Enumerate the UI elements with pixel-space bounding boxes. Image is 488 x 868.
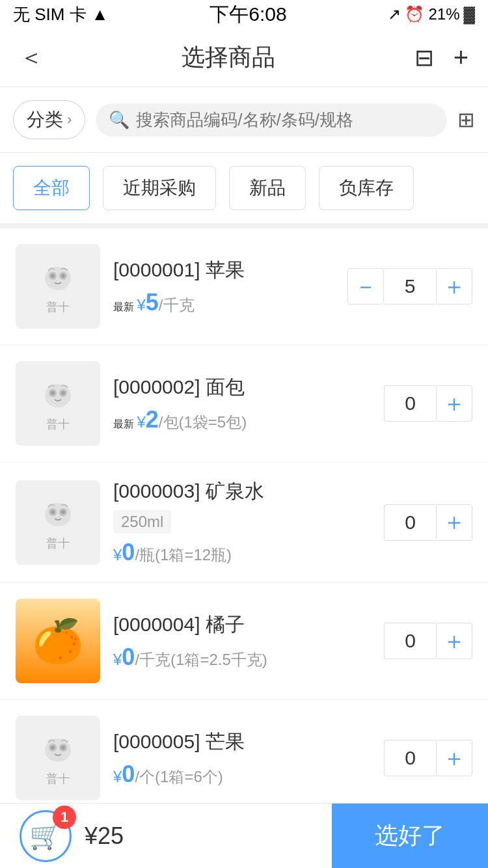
- status-right: ↗ ⏰ 21% ▓: [388, 5, 475, 23]
- product-default-image: 普十: [38, 494, 77, 551]
- product-name-0000002: [0000002] 面包: [113, 374, 371, 401]
- add-button[interactable]: +: [454, 43, 468, 72]
- alarm-icon: ⏰: [405, 5, 424, 23]
- svg-point-8: [51, 391, 55, 395]
- quantity-control-0000004: ＋: [384, 623, 472, 659]
- price-label: 最新: [113, 301, 137, 312]
- nav-title: 选择商品: [182, 42, 275, 74]
- chevron-right-icon: ›: [67, 111, 72, 128]
- svg-point-14: [61, 510, 65, 514]
- product-thumb-0000004: 🍊: [16, 599, 100, 683]
- product-name-0000003: [0000003] 矿泉水: [113, 478, 371, 505]
- status-bar: 无 SIM 卡 ▲ 下午6:08 ↗ ⏰ 21% ▓: [0, 0, 488, 29]
- product-item-0000004: 🍊 [0000004] 橘子 ¥0/千克(1箱=2.5千克) ＋: [0, 583, 488, 699]
- price-extra: /包(1袋=5包): [159, 413, 247, 431]
- wifi-icon: ▲: [92, 5, 109, 25]
- product-list: 普十 [0000001] 苹果 最新 ¥5/千克 － ＋: [0, 228, 488, 868]
- price-value: 0: [122, 644, 135, 670]
- confirm-button[interactable]: 选好了: [332, 804, 488, 869]
- price-unit: ¥: [113, 768, 122, 785]
- price-value: 2: [146, 406, 159, 433]
- search-input-wrap: 🔍: [96, 103, 447, 137]
- cart-total: ¥25: [85, 822, 124, 850]
- svg-point-18: [51, 746, 55, 750]
- cart-badge: 1: [53, 806, 76, 829]
- quantity-control-0000003: ＋: [384, 504, 472, 541]
- product-item-0000001: 普十 [0000001] 苹果 最新 ¥5/千克 － ＋: [0, 228, 488, 344]
- tab-recent[interactable]: 近期采购: [103, 166, 216, 210]
- brand-text: 普十: [46, 536, 70, 551]
- price-value: 0: [122, 539, 135, 565]
- product-price-0000003: ¥0/瓶(1箱=12瓶): [113, 539, 371, 566]
- svg-point-3: [51, 274, 55, 278]
- increase-button-0000004[interactable]: ＋: [436, 623, 472, 659]
- status-left: 无 SIM 卡 ▲: [13, 3, 108, 26]
- price-extra: /个(1箱=6个): [135, 768, 223, 785]
- product-price-0000001: 最新 ¥5/千克: [113, 289, 334, 316]
- product-info-0000001: [0000001] 苹果 最新 ¥5/千克: [113, 257, 334, 316]
- quantity-input-0000005[interactable]: [384, 740, 436, 776]
- filter-button[interactable]: ⊟: [414, 44, 434, 72]
- price-unit: ¥: [113, 546, 122, 563]
- price-unit: ¥: [137, 296, 145, 314]
- nav-bar: ＜ 选择商品 ⊟ +: [0, 29, 488, 87]
- filter-tabs: 全部 近期采购 新品 负库存: [0, 153, 488, 228]
- increase-button-0000005[interactable]: ＋: [436, 740, 472, 776]
- svg-point-19: [61, 746, 65, 750]
- category-button[interactable]: 分类 ›: [13, 100, 85, 139]
- increase-button-0000003[interactable]: ＋: [436, 504, 472, 541]
- brand-text: 普十: [46, 299, 70, 315]
- product-info-0000002: [0000002] 面包 最新 ¥2/包(1袋=5包): [113, 374, 371, 433]
- price-extra: /千克: [159, 296, 195, 314]
- brand-text: 普十: [46, 771, 70, 787]
- battery-icon: ▓: [464, 5, 476, 23]
- price-value: 0: [122, 761, 135, 787]
- quantity-input-0000003[interactable]: [384, 504, 436, 541]
- battery-text: 21%: [428, 5, 459, 23]
- svg-point-9: [61, 391, 65, 395]
- price-value: 5: [146, 289, 159, 316]
- brand-text: 普十: [46, 416, 70, 432]
- carrier-text: 无 SIM 卡: [13, 3, 87, 26]
- quantity-control-0000002: ＋: [384, 385, 472, 422]
- product-info-0000005: [0000005] 芒果 ¥0/个(1箱=6个): [113, 729, 371, 788]
- product-default-image: 普十: [38, 258, 77, 315]
- product-item-0000005: 普十 [0000005] 芒果 ¥0/个(1箱=6个) ＋: [0, 700, 488, 816]
- product-item-0000003: 普十 [0000003] 矿泉水 250ml ¥0/瓶(1箱=12瓶) ＋: [0, 463, 488, 582]
- product-spec-0000003: 250ml: [113, 510, 171, 534]
- product-thumb-0000001: 普十: [16, 244, 100, 329]
- product-thumb-0000003: 普十: [16, 480, 100, 565]
- quantity-input-0000001[interactable]: [384, 268, 436, 305]
- quantity-input-0000002[interactable]: [384, 385, 436, 422]
- product-price-0000002: 最新 ¥2/包(1袋=5包): [113, 406, 371, 433]
- tab-new[interactable]: 新品: [229, 166, 306, 210]
- product-default-image: 普十: [38, 729, 77, 787]
- quantity-input-0000004[interactable]: [384, 623, 436, 659]
- back-button[interactable]: ＜: [20, 42, 43, 74]
- product-default-image: 普十: [38, 375, 77, 432]
- decrease-button-0000001[interactable]: －: [347, 268, 384, 305]
- category-label: 分类: [27, 107, 63, 132]
- product-info-0000003: [0000003] 矿泉水 250ml ¥0/瓶(1箱=12瓶): [113, 478, 371, 566]
- search-input[interactable]: [136, 110, 434, 130]
- search-bar: 分类 › 🔍 ⊞: [0, 87, 488, 153]
- svg-point-4: [61, 274, 65, 278]
- product-item-0000002: 普十 [0000002] 面包 最新 ¥2/包(1袋=5包) ＋: [0, 346, 488, 461]
- price-unit: ¥: [137, 413, 145, 431]
- scan-icon[interactable]: ⊞: [457, 107, 475, 132]
- tab-all[interactable]: 全部: [13, 166, 90, 210]
- cart-icon-button[interactable]: 🛒 1: [20, 810, 72, 862]
- increase-button-0000001[interactable]: ＋: [436, 268, 472, 305]
- product-info-0000004: [0000004] 橘子 ¥0/千克(1箱=2.5千克): [113, 612, 371, 671]
- product-thumb-0000002: 普十: [16, 361, 100, 446]
- price-extra: /千克(1箱=2.5千克): [135, 651, 267, 668]
- location-icon: ↗: [388, 5, 401, 23]
- increase-button-0000002[interactable]: ＋: [436, 385, 472, 422]
- product-price-0000005: ¥0/个(1箱=6个): [113, 761, 371, 788]
- product-name-0000004: [0000004] 橘子: [113, 612, 371, 638]
- cart-section: 🛒 1 ¥25: [0, 810, 124, 862]
- svg-point-13: [51, 510, 55, 514]
- tab-negative[interactable]: 负库存: [319, 166, 414, 210]
- quantity-control-0000005: ＋: [384, 740, 472, 776]
- product-thumb-0000005: 普十: [16, 716, 100, 800]
